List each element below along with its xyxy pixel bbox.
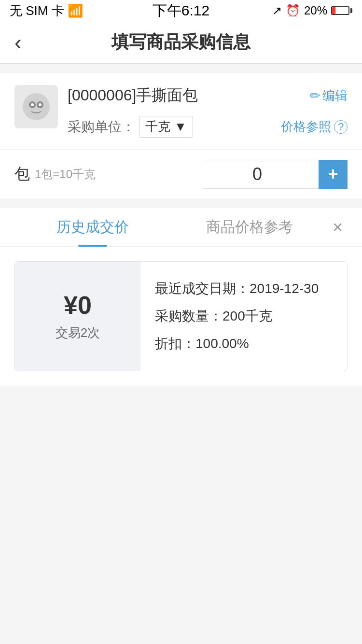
product-card: [0000006]手撕面包 ✏ 编辑 采购单位： 千克 ▼ 价格参照 ?	[0, 73, 362, 149]
product-info: [0000006]手撕面包 ✏ 编辑 采购单位： 千克 ▼ 价格参照 ?	[68, 85, 348, 138]
currency-symbol: ¥	[64, 291, 78, 319]
quantity-unit: 包	[14, 164, 30, 185]
dropdown-icon: ▼	[174, 119, 187, 134]
edit-label: 编辑	[322, 87, 348, 104]
history-detail-discount: 折扣：100.00%	[155, 334, 333, 353]
svg-point-4	[39, 103, 42, 106]
help-icon: ?	[334, 120, 348, 134]
status-bar: 无 SIM 卡 📶 下午6:12 ↗ ⏰ 20%	[0, 0, 362, 21]
tabs-panel: 历史成交价 商品价格参考 × ¥0 交易2次 最近成交日期：2019-12-30…	[0, 208, 362, 386]
price-reference-button[interactable]: 价格参照 ?	[281, 118, 348, 135]
svg-point-3	[31, 103, 34, 106]
page-title: 填写商品采购信息	[111, 30, 251, 54]
location-icon: ↗	[272, 4, 282, 17]
tab-history-price-label: 历史成交价	[56, 217, 129, 237]
history-detail-quantity: 采购数量：200千克	[155, 307, 333, 325]
status-left: 无 SIM 卡 📶	[10, 2, 83, 19]
main-background	[0, 386, 362, 644]
quantity-plus-button[interactable]: +	[319, 160, 348, 189]
history-price: ¥0	[64, 291, 92, 320]
svg-point-0	[23, 93, 50, 120]
tabs-header: 历史成交价 商品价格参考 ×	[0, 208, 362, 247]
quantity-input-group: +	[203, 160, 348, 189]
history-content: ¥0 交易2次 最近成交日期：2019-12-30 采购数量：200千克 折扣：…	[0, 247, 362, 386]
battery-icon	[331, 6, 352, 15]
tabs-close-button[interactable]: ×	[328, 217, 348, 238]
status-time: 下午6:12	[153, 1, 209, 21]
history-card: ¥0 交易2次 最近成交日期：2019-12-30 采购数量：200千克 折扣：…	[14, 261, 348, 371]
history-right: 最近成交日期：2019-12-30 采购数量：200千克 折扣：100.00%	[140, 262, 347, 371]
detail-quantity-label: 采购数量：	[155, 308, 223, 323]
unit-label: 采购单位：	[68, 118, 135, 136]
price-ref-label: 价格参照	[281, 118, 331, 135]
tab-product-price-reference-label: 商品价格参考	[206, 217, 293, 237]
price-value: 0	[78, 291, 92, 319]
tab-product-price-reference[interactable]: 商品价格参考	[171, 208, 327, 247]
quantity-input[interactable]	[203, 160, 319, 189]
history-left: ¥0 交易2次	[15, 262, 140, 371]
tab-history-price[interactable]: 历史成交价	[14, 208, 171, 247]
alarm-icon: ⏰	[286, 4, 300, 17]
history-detail-date: 最近成交日期：2019-12-30	[155, 279, 333, 298]
detail-date-label: 最近成交日期：	[155, 281, 250, 296]
status-right: ↗ ⏰ 20%	[272, 4, 352, 17]
edit-icon: ✏	[310, 88, 320, 103]
product-thumbnail	[14, 85, 58, 128]
back-button[interactable]: ‹	[14, 32, 22, 53]
nav-bar: ‹ 填写商品采购信息	[0, 21, 362, 64]
detail-discount-label: 折扣：	[155, 336, 195, 351]
battery-percent: 20%	[304, 4, 327, 17]
unit-select[interactable]: 千克 ▼	[139, 116, 193, 138]
quantity-row: 包 1包=10千克 +	[0, 150, 362, 198]
detail-quantity-value: 200千克	[223, 308, 272, 323]
history-trades: 交易2次	[56, 324, 100, 341]
detail-date-value: 2019-12-30	[250, 281, 319, 296]
detail-discount-value: 100.00%	[195, 336, 249, 351]
unit-value: 千克	[145, 118, 170, 135]
quantity-conversion: 1包=10千克	[35, 167, 96, 182]
product-name: [0000006]手撕面包	[68, 85, 198, 106]
edit-button[interactable]: ✏ 编辑	[310, 87, 348, 104]
